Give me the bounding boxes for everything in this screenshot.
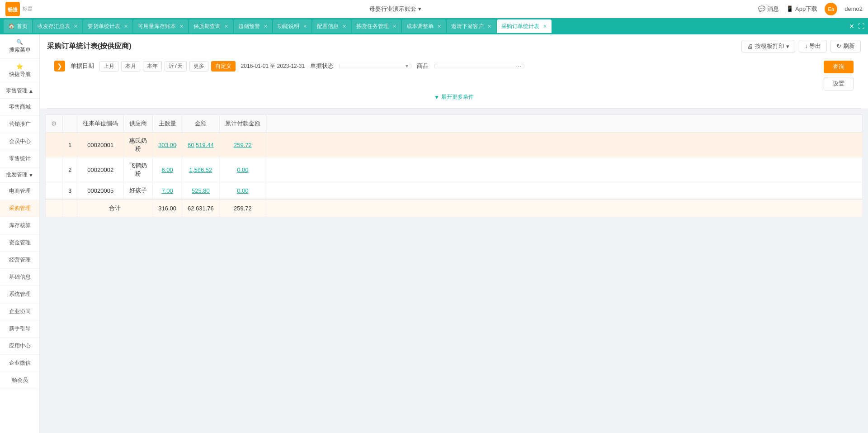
- header-actions: 🖨 按模板打印 ▾ ↓ 导出 ↻ 刷新: [741, 40, 861, 52]
- tab-home[interactable]: 🏠 首页: [4, 19, 32, 33]
- status-select[interactable]: [339, 64, 411, 68]
- sidebar-item-capital[interactable]: 资金管理: [0, 234, 39, 252]
- date-btn-7days[interactable]: 近7天: [165, 61, 187, 71]
- date-btn-custom[interactable]: 自定义: [211, 61, 236, 71]
- retail-store-label: 零售商城: [9, 103, 31, 111]
- date-btn-last-month[interactable]: 上月: [99, 61, 118, 71]
- row2-paid[interactable]: 0.00: [219, 157, 266, 182]
- sidebar-item-member2[interactable]: 畅会员: [0, 372, 39, 389]
- export-button[interactable]: ↓ 导出: [799, 40, 827, 52]
- nav-close-icon[interactable]: ✕: [849, 23, 854, 30]
- sidebar-item-wechat[interactable]: 企业微信: [0, 355, 39, 372]
- enterprise-label: 企业协同: [9, 308, 31, 315]
- sidebar-item-newguide[interactable]: 新手引导: [0, 320, 39, 338]
- tab-close-icon[interactable]: ✕: [303, 24, 307, 29]
- date-filter-label: 单据日期: [71, 62, 94, 70]
- sidebar-item-basic-info[interactable]: 基础信息: [0, 269, 39, 286]
- sidebar-item-purchase[interactable]: 采购管理: [0, 200, 39, 217]
- nav-expand-icon[interactable]: ⛶: [858, 23, 864, 30]
- export-icon: ↓: [805, 43, 808, 49]
- settings-col-header[interactable]: ⚙: [46, 115, 63, 133]
- date-btn-this-year[interactable]: 本年: [143, 61, 162, 71]
- query-button[interactable]: 查询: [824, 61, 854, 73]
- sidebar-item-ecommerce[interactable]: 电商管理: [0, 183, 39, 200]
- goods-filter-label: 商品: [417, 62, 429, 70]
- tab-peihuorenwu[interactable]: 拣货任务管理 ✕: [352, 19, 401, 33]
- sidebar-item-member[interactable]: 会员中心: [0, 133, 39, 150]
- date-range-display: 2016-01-01 至 2023-12-31: [241, 62, 305, 70]
- sidebar-item-operation[interactable]: 经营管理: [0, 252, 39, 269]
- tab-close-icon[interactable]: ✕: [74, 24, 78, 29]
- workspace-selector[interactable]: 母婴行业演示账套 ▾: [369, 5, 421, 13]
- sidebar-item-retail-store[interactable]: 零售商城: [0, 99, 39, 116]
- wechat-label: 企业微信: [9, 359, 31, 367]
- tab-close-icon[interactable]: ✕: [264, 24, 268, 29]
- goods-input[interactable]: [434, 64, 524, 68]
- expand-more-btn[interactable]: ▼ 展开更多条件: [54, 90, 854, 104]
- row1-amount[interactable]: 60,519.44: [182, 133, 220, 157]
- quick-nav-icon: ⭐: [16, 63, 23, 70]
- sidebar-quick-nav[interactable]: ⭐ 快捷导航: [0, 59, 39, 83]
- row3-quantity[interactable]: 7.00: [153, 182, 182, 200]
- avatar[interactable]: Ea: [825, 3, 837, 15]
- tab-chaochu[interactable]: 超储预警 ✕: [234, 19, 272, 33]
- tab-close-icon[interactable]: ✕: [342, 24, 346, 29]
- tab-close-icon[interactable]: ✕: [543, 24, 547, 29]
- sidebar-item-inventory[interactable]: 库存核算: [0, 217, 39, 234]
- sidebar-search[interactable]: 🔍 搜索菜单: [0, 34, 39, 59]
- page-header: 采购订单统计表(按供应商) 🖨 按模板打印 ▾ ↓ 导出 ↻ 刷新: [40, 34, 868, 109]
- filter-toggle-btn[interactable]: ❯: [54, 61, 65, 71]
- row2-quantity[interactable]: 6.00: [153, 157, 182, 182]
- tab-close-icon[interactable]: ✕: [392, 24, 396, 29]
- tab-close-icon[interactable]: ✕: [124, 24, 128, 29]
- tab-close-icon[interactable]: ✕: [179, 24, 184, 29]
- supplier-col-header: 供应商: [124, 115, 153, 133]
- row1-empty: [266, 133, 862, 157]
- tab-yaoqing[interactable]: 邀请下游客户 ✕: [447, 19, 496, 33]
- tab-keyongku[interactable]: 可用量库存账本 ✕: [133, 19, 188, 33]
- row3-supplier: 好孩子: [124, 182, 153, 200]
- sidebar-item-retail-mgmt[interactable]: 零售管理 ▲: [0, 83, 39, 99]
- footer-label: 合计: [77, 199, 153, 217]
- tab-close-icon[interactable]: ✕: [224, 24, 228, 29]
- app-download-btn[interactable]: 📱 App下载: [786, 5, 817, 13]
- tab-close-icon[interactable]: ✕: [487, 24, 491, 29]
- data-table: ⚙ 往来单位编码 供应商 主数量 金额 累计付款金额 1: [45, 114, 863, 217]
- filter-actions: 查询 设置: [824, 61, 854, 90]
- sidebar-item-retail-stats[interactable]: 零售统计: [0, 150, 39, 167]
- sidebar-item-sys-mgmt[interactable]: 系统管理: [0, 286, 39, 303]
- sidebar-item-appcenter[interactable]: 应用中心: [0, 338, 39, 355]
- tab-close-icon[interactable]: ✕: [437, 24, 441, 29]
- row1-paid[interactable]: 259.72: [219, 133, 266, 157]
- tab-yaohuo[interactable]: 要货单统计表 ✕: [83, 19, 132, 33]
- rownum-col-header: [63, 115, 77, 133]
- settings-button[interactable]: 设置: [824, 77, 854, 90]
- table-settings-icon[interactable]: ⚙: [51, 120, 57, 127]
- print-dropdown-icon: ▾: [786, 43, 789, 50]
- message-btn[interactable]: 💬 消息: [758, 5, 779, 13]
- tab-peizhi[interactable]: 配置信息 ✕: [312, 19, 351, 33]
- date-btn-more[interactable]: 更多: [189, 61, 208, 71]
- row1-quantity[interactable]: 303.00: [153, 133, 182, 157]
- row3-paid[interactable]: 0.00: [219, 182, 266, 200]
- tab-chengben[interactable]: 成本调整单 ✕: [402, 19, 446, 33]
- row3-amount[interactable]: 525.80: [182, 182, 220, 200]
- date-btn-this-month[interactable]: 本月: [121, 61, 140, 71]
- row2-amount[interactable]: 1,586.52: [182, 157, 220, 182]
- sidebar-item-wholesale[interactable]: 批发管理 ▼: [0, 167, 39, 183]
- sys-mgmt-label: 系统管理: [9, 290, 31, 298]
- tab-gongneng[interactable]: 功能说明 ✕: [273, 19, 311, 33]
- tab-shoufayuihui[interactable]: 收发存汇总表 ✕: [33, 19, 82, 33]
- sidebar-item-marketing[interactable]: 营销推广: [0, 116, 39, 133]
- username[interactable]: demo2: [844, 5, 863, 12]
- refresh-button[interactable]: ↻ 刷新: [830, 40, 861, 52]
- row3-empty: [266, 182, 862, 200]
- sidebar-item-enterprise[interactable]: 企业协同: [0, 303, 39, 320]
- tab-baozhiqi[interactable]: 保质期查询 ✕: [189, 19, 233, 33]
- print-button[interactable]: 🖨 按模板打印 ▾: [741, 40, 795, 52]
- wholesale-arrow: ▼: [28, 172, 34, 178]
- newguide-label: 新手引导: [9, 325, 31, 333]
- nav-tabs: 🏠 首页 收发存汇总表 ✕ 要货单统计表 ✕ 可用量库存账本 ✕ 保质期查询 ✕…: [0, 18, 868, 34]
- tab-caigou[interactable]: 采购订单统计表 ✕: [497, 19, 552, 33]
- expand-down-icon: ▼: [434, 94, 439, 100]
